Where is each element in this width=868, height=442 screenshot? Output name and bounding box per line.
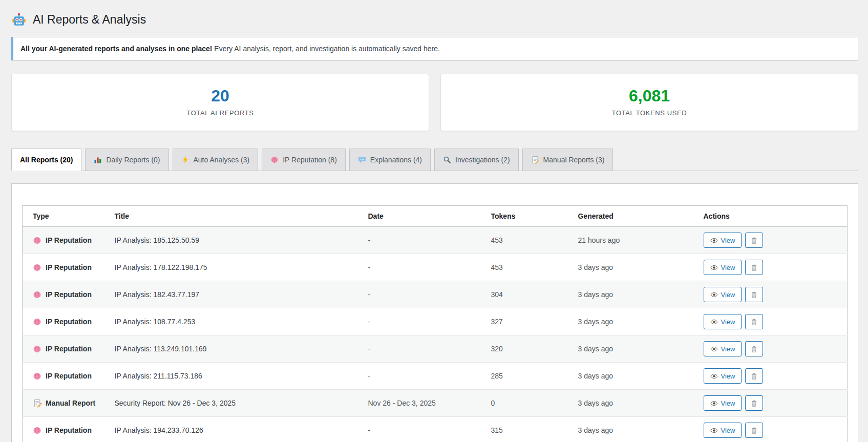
tab-nav: All Reports (20) Daily Reports (0) Auto …	[11, 149, 858, 171]
trash-icon	[750, 318, 758, 326]
report-title: IP Analysis: 178.122.198.175	[115, 263, 207, 271]
report-date: -	[368, 372, 371, 380]
table-row: Manual Report Security Report: Nov 26 - …	[23, 390, 848, 417]
view-button[interactable]: View	[704, 233, 742, 248]
brain-icon	[33, 426, 41, 435]
report-generated: 3 days ago	[578, 345, 613, 353]
report-tokens: 0	[491, 399, 495, 407]
trash-icon	[750, 399, 758, 407]
table-row: IP Reputation IP Analysis: 194.233.70.12…	[23, 417, 848, 442]
column-header-date: Date	[358, 206, 481, 227]
reports-table: TypeTitleDateTokensGeneratedActions IP R…	[22, 205, 848, 442]
trash-icon	[750, 237, 758, 244]
tab-ip-reputation-8[interactable]: IP Reputation (8)	[262, 149, 346, 171]
report-date: -	[368, 426, 371, 434]
report-title: Security Report: Nov 26 - Dec 3, 2025	[115, 399, 236, 407]
report-type: IP Reputation	[46, 318, 92, 326]
table-row: IP Reputation IP Analysis: 178.122.198.1…	[23, 254, 848, 281]
report-tokens: 453	[491, 263, 503, 271]
report-type: IP Reputation	[46, 372, 92, 380]
notice-bold-text: All your AI-generated reports and analys…	[20, 45, 212, 53]
view-button[interactable]: View	[704, 395, 742, 411]
magnifier-icon	[443, 156, 451, 164]
eye-icon	[710, 291, 718, 299]
report-date: Nov 26 - Dec 3, 2025	[368, 399, 436, 407]
report-title: IP Analysis: 185.125.50.59	[115, 236, 200, 244]
total-reports-label: TOTAL AI REPORTS	[17, 109, 424, 117]
delete-button[interactable]	[745, 423, 763, 438]
lightning-icon	[181, 156, 189, 164]
table-row: IP Reputation IP Analysis: 185.125.50.59…	[23, 227, 848, 254]
tab-explanations-4[interactable]: Explanations (4)	[349, 149, 431, 171]
tab-investigations-2[interactable]: Investigations (2)	[434, 149, 519, 171]
tab-all-reports-20[interactable]: All Reports (20)	[11, 149, 81, 171]
delete-button[interactable]	[745, 287, 763, 302]
trash-icon	[750, 345, 758, 353]
report-type: IP Reputation	[46, 236, 92, 244]
notice-text: Every AI analysis, report, and investiga…	[212, 45, 439, 53]
view-button[interactable]: View	[704, 314, 742, 329]
trash-icon	[750, 427, 758, 434]
report-date: -	[368, 263, 371, 271]
stat-card-total-tokens: 6,081 TOTAL TOKENS USED	[440, 74, 858, 131]
report-date: -	[368, 236, 371, 244]
memo-icon	[531, 156, 539, 164]
column-header-type: Type	[23, 206, 104, 227]
report-generated: 3 days ago	[578, 372, 613, 380]
report-tokens: 304	[491, 290, 503, 299]
report-title: IP Analysis: 194.233.70.126	[115, 426, 203, 434]
report-tokens: 320	[491, 345, 503, 353]
eye-icon	[710, 237, 718, 244]
table-row: IP Reputation IP Analysis: 113.249.101.1…	[23, 335, 848, 363]
eye-icon	[710, 372, 718, 380]
report-type: IP Reputation	[46, 345, 92, 353]
tab-auto-analyses-3[interactable]: Auto Analyses (3)	[173, 149, 259, 171]
delete-button[interactable]	[745, 395, 763, 411]
report-title: IP Analysis: 108.77.4.253	[115, 318, 196, 326]
eye-icon	[710, 318, 718, 326]
info-notice: All your AI-generated reports and analys…	[11, 37, 858, 60]
column-header-generated: Generated	[568, 206, 693, 227]
report-generated: 3 days ago	[578, 399, 613, 407]
delete-button[interactable]	[745, 314, 763, 329]
view-button[interactable]: View	[704, 260, 742, 275]
report-generated: 3 days ago	[578, 290, 613, 299]
tab-manual-reports-3[interactable]: Manual Reports (3)	[522, 149, 613, 171]
brain-icon	[33, 372, 41, 381]
table-row: IP Reputation IP Analysis: 108.77.4.253 …	[23, 308, 848, 335]
eye-icon	[710, 427, 718, 434]
view-button[interactable]: View	[704, 287, 742, 302]
memo-icon	[33, 399, 41, 408]
report-date: -	[368, 290, 371, 299]
report-title: IP Analysis: 182.43.77.197	[115, 290, 200, 299]
table-row: IP Reputation IP Analysis: 211.115.73.18…	[23, 363, 848, 390]
report-type: Manual Report	[46, 399, 95, 407]
report-type: IP Reputation	[46, 426, 92, 434]
column-header-title: Title	[104, 206, 358, 227]
report-generated: 3 days ago	[578, 318, 613, 326]
tab-daily-reports-0[interactable]: Daily Reports (0)	[85, 149, 168, 171]
report-title: IP Analysis: 113.249.101.169	[115, 345, 207, 353]
view-button[interactable]: View	[704, 423, 742, 438]
brain-icon	[33, 263, 41, 272]
report-generated: 3 days ago	[578, 263, 613, 271]
view-button[interactable]: View	[704, 368, 742, 384]
column-header-actions: Actions	[693, 206, 848, 227]
report-date: -	[368, 345, 371, 353]
admin-content: AI Reports & Analysis All your AI-genera…	[0, 0, 868, 442]
column-header-tokens: Tokens	[481, 206, 568, 227]
brain-icon	[33, 318, 41, 326]
trash-icon	[750, 291, 758, 299]
report-generated: 21 hours ago	[578, 236, 620, 244]
trash-icon	[750, 372, 758, 380]
report-tokens: 453	[491, 236, 503, 244]
view-button[interactable]: View	[704, 341, 742, 356]
eye-icon	[710, 399, 718, 407]
delete-button[interactable]	[745, 341, 763, 356]
report-generated: 3 days ago	[578, 426, 613, 434]
report-tokens: 285	[491, 372, 503, 380]
table-row: IP Reputation IP Analysis: 182.43.77.197…	[23, 281, 848, 308]
delete-button[interactable]	[745, 368, 763, 384]
delete-button[interactable]	[745, 260, 763, 275]
delete-button[interactable]	[745, 233, 763, 248]
